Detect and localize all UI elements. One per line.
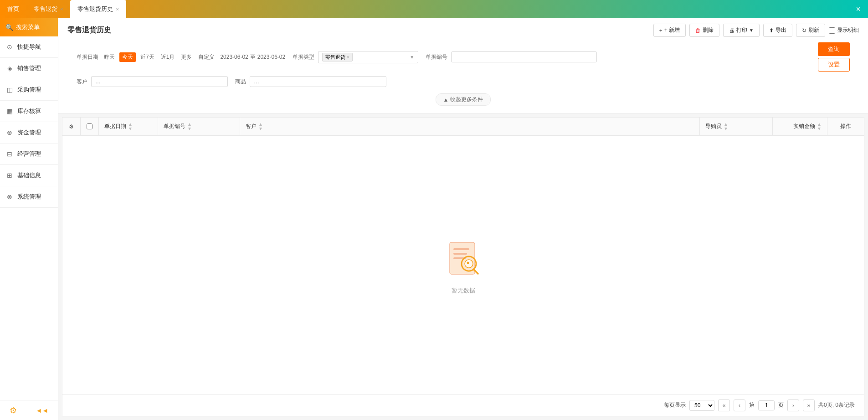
filter-row-2: 客户 商品 bbox=[77, 76, 850, 87]
collapse-arrow-icon: ▲ bbox=[443, 97, 449, 103]
sales-icon: ◈ bbox=[5, 64, 14, 72]
print-dropdown-icon: ▼ bbox=[749, 28, 754, 33]
sidebar-item-finance[interactable]: ⊛ 资金管理 bbox=[0, 122, 58, 143]
export-icon: ⬆ bbox=[769, 27, 774, 34]
date-shortcut-yesterday[interactable]: 昨天 bbox=[102, 52, 117, 62]
empty-text: 暂无数据 bbox=[452, 287, 475, 295]
tab-retail-return-history[interactable]: 零售退货历史 × bbox=[70, 0, 126, 18]
tab-retail-return-close[interactable]: × bbox=[60, 6, 63, 12]
sidebar-item-purchase[interactable]: ◫ 采购管理 bbox=[0, 79, 58, 101]
bill-type-tag: 零售退货 × bbox=[322, 53, 353, 61]
set-button[interactable]: 设置 bbox=[818, 58, 850, 72]
sidebar-item-label: 库存核算 bbox=[17, 107, 41, 115]
th-action: 操作 bbox=[827, 118, 864, 135]
date-shortcut-custom[interactable]: 自定义 bbox=[196, 52, 216, 62]
page-total: 共0页, 0条记录 bbox=[818, 401, 855, 409]
settings-icon[interactable]: ⚙ bbox=[10, 405, 17, 415]
filter-row-1: 单据日期 昨天 今天 近7天 近1月 更多 自定义 2023-06-02 至 bbox=[77, 42, 850, 72]
quicknav-icon: ⊙ bbox=[5, 43, 14, 51]
sidebar-item-quicknav[interactable]: ⊙ 快捷导航 bbox=[0, 36, 58, 58]
goods-label: 商品 bbox=[235, 78, 246, 86]
page-input[interactable] bbox=[758, 400, 775, 410]
th-customer[interactable]: 客户 ▲▼ bbox=[240, 118, 700, 135]
bill-no-input[interactable] bbox=[451, 51, 597, 62]
th-amount[interactable]: 实销金额 ▲▼ bbox=[773, 118, 827, 135]
page-label: 第 bbox=[749, 401, 755, 409]
sidebar-item-label: 经营管理 bbox=[17, 150, 41, 158]
toolbar: + + 新增 🗑 删除 🖨 打印 ▼ ⬆ 导出 bbox=[653, 24, 859, 37]
query-button[interactable]: 查询 bbox=[818, 42, 850, 56]
delete-button[interactable]: 🗑 删除 bbox=[689, 24, 719, 37]
system-icon: ⊜ bbox=[5, 193, 14, 201]
search-icon: 🔍 bbox=[5, 24, 13, 31]
tab-retail-return[interactable]: 零售退货 × bbox=[26, 0, 70, 18]
sidebar-item-sales[interactable]: ◈ 销售管理 bbox=[0, 58, 58, 79]
top-bar: 首页 零售退货 × 零售退货历史 × × bbox=[0, 0, 868, 18]
goods-input[interactable] bbox=[250, 76, 386, 87]
date-shortcut-1month[interactable]: 近1月 bbox=[159, 52, 177, 62]
table-header: ⚙ 单据日期 ▲▼ 单据编号 ▲▼ 客户 ▲▼ 导购员 bbox=[62, 118, 864, 136]
svg-rect-1 bbox=[453, 248, 469, 250]
date-filter: 单据日期 昨天 今天 近7天 近1月 更多 自定义 2023-06-02 至 bbox=[77, 52, 285, 62]
bill-type-tag-text: 零售退货 bbox=[325, 54, 345, 61]
th-bill-no[interactable]: 单据编号 ▲▼ bbox=[158, 118, 240, 135]
show-detail-checkbox-area: 显示明细 bbox=[829, 26, 859, 34]
export-button[interactable]: ⬆ 导出 bbox=[763, 24, 792, 37]
bill-sort-icon: ▲▼ bbox=[187, 122, 192, 131]
bill-type-tag-close[interactable]: × bbox=[347, 55, 349, 60]
print-icon: 🖨 bbox=[729, 27, 734, 34]
select-all-checkbox[interactable] bbox=[87, 123, 92, 129]
page-header-top: 零售退货历史 + + 新增 🗑 删除 🖨 打印 ▼ bbox=[67, 24, 859, 37]
date-range: 2023-06-02 至 2023-06-02 bbox=[220, 53, 285, 61]
sidebar-menu: ⊙ 快捷导航 ◈ 销售管理 ◫ 采购管理 ▦ 库存核算 ⊛ 资金管理 ⊟ 经营管… bbox=[0, 36, 58, 400]
th-guide[interactable]: 导购员 ▲▼ bbox=[700, 118, 773, 135]
date-shortcut-today[interactable]: 今天 bbox=[119, 52, 136, 62]
sidebar: 🔍 搜索菜单 ⊙ 快捷导航 ◈ 销售管理 ◫ 采购管理 ▦ 库存核算 ⊛ 资金管 bbox=[0, 18, 58, 420]
filter-area: 单据日期 昨天 今天 近7天 近1月 更多 自定义 2023-06-02 至 bbox=[67, 42, 859, 113]
prev-page-btn[interactable]: ‹ bbox=[734, 400, 745, 411]
bill-type-arrow-icon: ▼ bbox=[410, 55, 414, 60]
date-shortcut-7days[interactable]: 近7天 bbox=[139, 52, 156, 62]
basic-icon: ⊞ bbox=[5, 171, 14, 179]
svg-point-5 bbox=[465, 260, 473, 268]
th-settings[interactable]: ⚙ bbox=[62, 118, 81, 135]
sidebar-item-inventory[interactable]: ▦ 库存核算 bbox=[0, 101, 58, 122]
first-page-btn[interactable]: « bbox=[718, 400, 730, 411]
date-shortcut-more[interactable]: 更多 bbox=[179, 52, 194, 62]
sidebar-item-operation[interactable]: ⊟ 经营管理 bbox=[0, 143, 58, 165]
date-label: 单据日期 bbox=[77, 53, 98, 61]
bill-type-select[interactable]: 零售退货 × ▼ bbox=[318, 51, 418, 63]
audio-icon[interactable]: ◄◄ bbox=[36, 407, 48, 414]
collapse-button[interactable]: ▲ 收起更多条件 bbox=[436, 93, 491, 106]
per-page-label: 每页显示 bbox=[664, 401, 686, 409]
empty-illustration bbox=[441, 236, 486, 281]
layout: 🔍 搜索菜单 ⊙ 快捷导航 ◈ 销售管理 ◫ 采购管理 ▦ 库存核算 ⊛ 资金管 bbox=[0, 18, 868, 420]
show-detail-checkbox[interactable] bbox=[829, 27, 835, 34]
date-start: 2023-06-02 bbox=[220, 54, 248, 60]
finance-icon: ⊛ bbox=[5, 128, 14, 137]
tab-retail-return-history-close[interactable]: × bbox=[116, 6, 118, 12]
tab-home[interactable]: 首页 bbox=[0, 0, 26, 18]
bill-no-filter: 单据编号 bbox=[426, 51, 597, 62]
th-date[interactable]: 单据日期 ▲▼ bbox=[99, 118, 158, 135]
sidebar-item-basic[interactable]: ⊞ 基础信息 bbox=[0, 165, 58, 186]
main-content: 零售退货历史 + + 新增 🗑 删除 🖨 打印 ▼ bbox=[58, 18, 868, 420]
amount-sort-icon: ▲▼ bbox=[817, 122, 822, 131]
new-button[interactable]: + + 新增 bbox=[653, 24, 686, 37]
refresh-icon: ↻ bbox=[802, 27, 806, 34]
per-page-select[interactable]: 20 50 100 bbox=[689, 400, 714, 411]
last-page-btn[interactable]: » bbox=[803, 400, 815, 411]
query-section: 查询 设置 bbox=[818, 42, 850, 72]
window-close-btn[interactable]: × bbox=[856, 5, 868, 14]
th-checkbox[interactable] bbox=[81, 118, 99, 135]
page-header: 零售退货历史 + + 新增 🗑 删除 🖨 打印 ▼ bbox=[58, 18, 868, 113]
page-title: 零售退货历史 bbox=[67, 26, 111, 35]
sidebar-item-system[interactable]: ⊜ 系统管理 bbox=[0, 186, 58, 208]
refresh-button[interactable]: ↻ 刷新 bbox=[796, 24, 825, 37]
print-button[interactable]: 🖨 打印 ▼ bbox=[723, 24, 760, 37]
customer-input[interactable] bbox=[91, 76, 228, 87]
sidebar-item-label: 销售管理 bbox=[17, 64, 41, 72]
sidebar-search[interactable]: 🔍 搜索菜单 bbox=[0, 18, 58, 36]
table-body: 暂无数据 bbox=[62, 136, 864, 394]
next-page-btn[interactable]: › bbox=[787, 400, 799, 411]
